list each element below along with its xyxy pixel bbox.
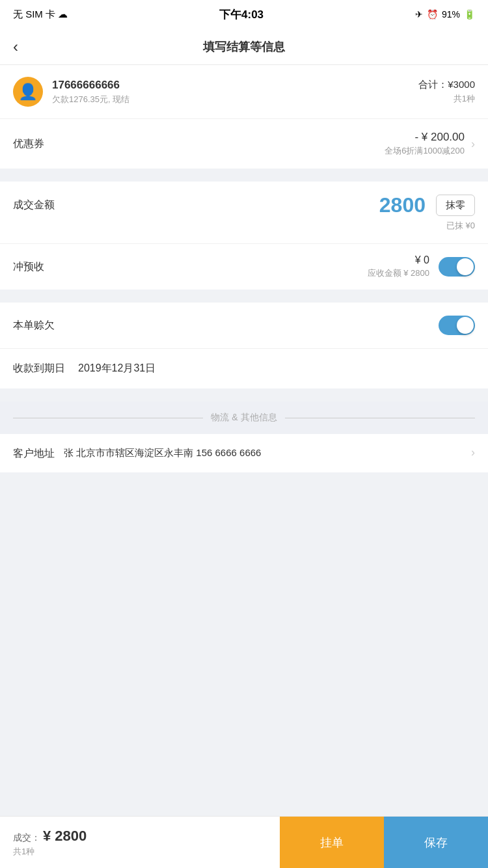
coupon-right: - ¥ 200.00 全场6折满1000减200 › bbox=[385, 131, 475, 157]
prepay-right: ¥ 0 应收金额 ¥ 2800 bbox=[368, 254, 475, 279]
battery-label: 91% bbox=[442, 9, 460, 20]
status-right: ✈ ⏰ 91% 🔋 bbox=[415, 9, 475, 20]
nav-bar: ‹ 填写结算等信息 bbox=[0, 29, 488, 65]
bottom-summary: 成交： ¥ 2800 共1种 bbox=[0, 817, 280, 868]
status-time: 下午4:03 bbox=[219, 7, 264, 22]
due-date-label: 收款到期日 bbox=[13, 362, 65, 375]
location-icon: ✈ bbox=[415, 9, 423, 20]
defer-section: 本单赊欠 bbox=[0, 303, 488, 348]
amount-erased: 已抹 ¥0 bbox=[13, 220, 475, 232]
battery-icon: 🔋 bbox=[464, 9, 475, 20]
sim-label: 无 SIM 卡 ☁ bbox=[13, 8, 68, 21]
amount-card: 成交金额 2800 抹零 已抹 ¥0 冲预收 ¥ 0 应收金额 ¥ 2800 bbox=[0, 182, 488, 290]
defer-card: 本单赊欠 收款到期日 2019年12月31日 bbox=[0, 303, 488, 388]
defer-label: 本单赊欠 bbox=[13, 319, 55, 332]
gap-3 bbox=[0, 395, 488, 401]
page-title: 填写结算等信息 bbox=[203, 39, 285, 55]
due-date-value: 2019年12月31日 bbox=[78, 362, 156, 375]
coupon-sub: 全场6折满1000减200 bbox=[385, 145, 465, 157]
amount-right: 2800 抹零 bbox=[379, 193, 475, 217]
coupon-label: 优惠券 bbox=[13, 137, 44, 151]
gray-spacer bbox=[0, 472, 488, 603]
due-row: 收款到期日 2019年12月31日 bbox=[13, 362, 475, 375]
prepay-sub: 应收金额 ¥ 2800 bbox=[368, 267, 429, 279]
defer-toggle[interactable] bbox=[439, 316, 475, 335]
prepay-toggle[interactable] bbox=[439, 257, 475, 277]
customer-row: 👤 17666666666 欠款1276.35元, 现结 合计：¥3000 共1… bbox=[0, 65, 488, 118]
customer-card: 👤 17666666666 欠款1276.35元, 现结 合计：¥3000 共1… bbox=[0, 65, 488, 169]
gap-1 bbox=[0, 175, 488, 182]
logistics-line-right bbox=[285, 418, 475, 418]
status-left: 无 SIM 卡 ☁ bbox=[13, 8, 68, 21]
address-label: 客户地址 bbox=[13, 447, 55, 461]
amount-label: 成交金额 bbox=[13, 198, 55, 212]
prepay-section: 冲预收 ¥ 0 应收金额 ¥ 2800 bbox=[0, 243, 488, 290]
customer-info: 17666666666 欠款1276.35元, 现结 bbox=[52, 79, 129, 105]
logistics-label: 物流 & 其他信息 bbox=[211, 412, 277, 424]
prepay-label: 冲预收 bbox=[13, 260, 44, 274]
back-button[interactable]: ‹ bbox=[13, 38, 18, 56]
bottom-bar: 成交： ¥ 2800 共1种 挂单 保存 bbox=[0, 816, 488, 868]
due-section: 收款到期日 2019年12月31日 bbox=[0, 348, 488, 388]
bottom-deal-label: 成交： ¥ 2800 bbox=[13, 828, 267, 845]
customer-left: 👤 17666666666 欠款1276.35元, 现结 bbox=[13, 77, 129, 107]
total-label: 合计：¥3000 bbox=[418, 79, 475, 91]
gap-2 bbox=[0, 296, 488, 303]
coupon-row[interactable]: 优惠券 - ¥ 200.00 全场6折满1000减200 › bbox=[0, 118, 488, 169]
avatar: 👤 bbox=[13, 77, 43, 107]
prepay-value-group: ¥ 0 应收金额 ¥ 2800 bbox=[368, 254, 429, 279]
bottom-padding bbox=[0, 603, 488, 655]
customer-right: 合计：¥3000 共1种 bbox=[418, 79, 475, 105]
coupon-value: - ¥ 200.00 bbox=[385, 131, 465, 144]
status-bar: 无 SIM 卡 ☁ 下午4:03 ✈ ⏰ 91% 🔋 bbox=[0, 0, 488, 29]
avatar-icon: 👤 bbox=[18, 83, 38, 101]
save-button[interactable]: 保存 bbox=[384, 817, 488, 868]
count-label: 共1种 bbox=[418, 93, 475, 105]
address-chevron-icon: › bbox=[471, 446, 475, 459]
customer-phone: 17666666666 bbox=[52, 79, 129, 92]
prepay-amount: ¥ 0 bbox=[368, 254, 429, 266]
bottom-count: 共1种 bbox=[13, 846, 267, 858]
clock-icon: ⏰ bbox=[427, 9, 438, 20]
amount-row: 成交金额 2800 抹零 bbox=[13, 193, 475, 217]
amount-number: 2800 bbox=[379, 193, 426, 217]
round-button[interactable]: 抹零 bbox=[436, 195, 475, 216]
address-section[interactable]: 客户地址 张 北京市市辖区海淀区永丰南 156 6666 6666 › bbox=[0, 434, 488, 472]
logistics-header: 物流 & 其他信息 bbox=[0, 401, 488, 434]
amount-section: 成交金额 2800 抹零 已抹 ¥0 bbox=[0, 182, 488, 243]
hang-button[interactable]: 挂单 bbox=[280, 817, 384, 868]
customer-debt: 欠款1276.35元, 现结 bbox=[52, 94, 129, 105]
prepay-row: 冲预收 ¥ 0 应收金额 ¥ 2800 bbox=[13, 254, 475, 279]
bottom-amount: ¥ 2800 bbox=[43, 828, 87, 844]
logistics-line-left bbox=[13, 418, 203, 418]
address-value: 张 北京市市辖区海淀区永丰南 156 6666 6666 bbox=[64, 446, 462, 461]
coupon-value-group: - ¥ 200.00 全场6折满1000减200 bbox=[385, 131, 465, 157]
content: 👤 17666666666 欠款1276.35元, 现结 合计：¥3000 共1… bbox=[0, 65, 488, 655]
coupon-chevron-icon: › bbox=[471, 137, 475, 151]
